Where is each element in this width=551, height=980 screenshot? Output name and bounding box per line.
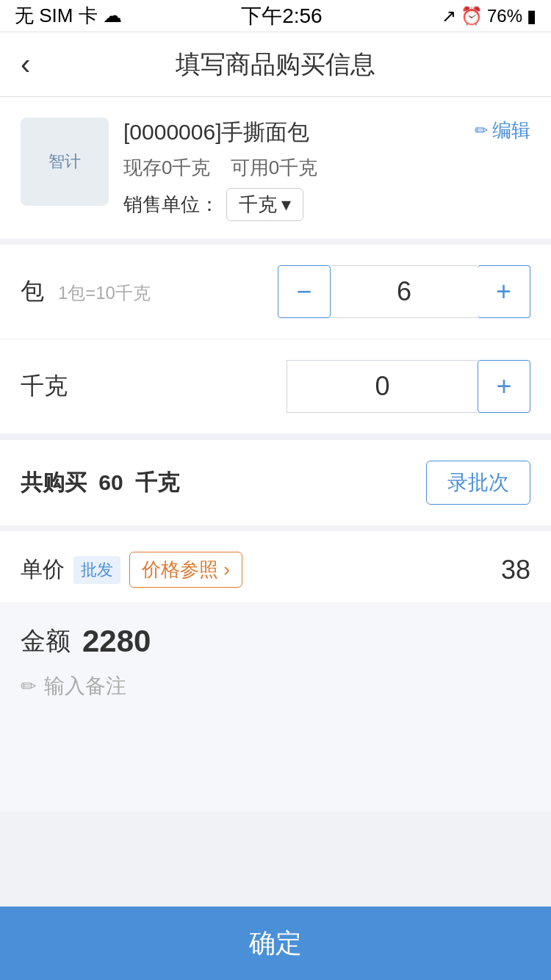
product-logo: 智计 bbox=[48, 151, 81, 173]
price-label: 单价 bbox=[21, 555, 65, 585]
kg-controls: + bbox=[287, 360, 530, 413]
remark-row[interactable]: ✏ 输入备注 bbox=[21, 672, 530, 700]
kg-increment-button[interactable]: + bbox=[478, 360, 530, 413]
price-section: 单价 批发 价格参照 › 38 bbox=[0, 531, 551, 603]
spacer bbox=[0, 811, 551, 907]
quantity-row-kg: 千克 + bbox=[0, 339, 551, 434]
bao-sublabel: 1包=10千克 bbox=[58, 283, 151, 303]
price-left: 单价 批发 价格参照 › bbox=[21, 552, 242, 588]
unit-value: 千克 bbox=[239, 192, 277, 217]
summary-quantity: 60 bbox=[98, 470, 123, 494]
amount-section: 金额 2280 ✏ 输入备注 bbox=[0, 603, 551, 811]
status-left: 无 SIM 卡 ☁ bbox=[15, 3, 122, 29]
product-image: 智计 bbox=[21, 118, 109, 206]
kg-input[interactable] bbox=[287, 360, 478, 413]
summary-prefix: 共购买 bbox=[21, 470, 87, 494]
location-icon: ↗ bbox=[442, 6, 456, 26]
status-bar: 无 SIM 卡 ☁ 下午2:56 ↗ ⏰ 76% ▮ bbox=[0, 0, 551, 32]
bao-decrement-button[interactable]: − bbox=[278, 265, 331, 318]
product-name: [0000006]手撕面包 bbox=[123, 118, 460, 148]
bao-controls: − + bbox=[278, 265, 530, 318]
amount-label: 金额 bbox=[21, 624, 71, 658]
status-right: ↗ ⏰ 76% ▮ bbox=[442, 6, 536, 26]
confirm-button[interactable]: 确定 bbox=[0, 907, 551, 980]
edit-button[interactable]: ✏ 编辑 bbox=[475, 118, 530, 143]
amount-value: 2280 bbox=[82, 624, 151, 659]
summary-text: 共购买 60 千克 bbox=[21, 468, 426, 498]
back-button[interactable]: ‹ bbox=[21, 48, 30, 81]
edit-icon: ✏ bbox=[475, 121, 488, 140]
bao-label: 包 1包=10千克 bbox=[21, 275, 278, 308]
bao-label-text: 包 bbox=[21, 278, 44, 304]
batch-button[interactable]: 录批次 bbox=[426, 461, 530, 505]
price-ref-label: 价格参照 › bbox=[142, 557, 230, 583]
battery-label: 76% bbox=[487, 6, 522, 26]
product-info: [0000006]手撕面包 现存0千克 可用0千克 销售单位： 千克 ▾ bbox=[123, 118, 460, 221]
quantity-row-bao: 包 1包=10千克 − + bbox=[0, 245, 551, 339]
price-tag: 批发 bbox=[73, 556, 120, 584]
kg-label: 千克 bbox=[21, 370, 287, 403]
summary-row: 共购买 60 千克 录批次 bbox=[0, 440, 551, 531]
product-card: 智计 [0000006]手撕面包 现存0千克 可用0千克 销售单位： 千克 ▾ … bbox=[0, 97, 551, 245]
no-sim-label: 无 SIM 卡 ☁ bbox=[15, 3, 122, 29]
remark-placeholder: 输入备注 bbox=[44, 672, 126, 700]
summary-unit: 千克 bbox=[135, 470, 179, 494]
remark-icon: ✏ bbox=[21, 675, 37, 698]
product-unit-row: 销售单位： 千克 ▾ bbox=[123, 188, 460, 221]
unit-prefix: 销售单位： bbox=[123, 192, 219, 217]
alarm-icon: ⏰ bbox=[461, 6, 483, 26]
price-ref-button[interactable]: 价格参照 › bbox=[129, 552, 242, 588]
bao-increment-button[interactable]: + bbox=[478, 265, 530, 318]
price-value: 38 bbox=[501, 555, 530, 586]
stock-label: 现存0千克 bbox=[123, 156, 210, 179]
amount-row: 金额 2280 bbox=[21, 624, 530, 659]
battery-icon: ▮ bbox=[527, 6, 536, 26]
status-time: 下午2:56 bbox=[241, 2, 323, 30]
bao-input[interactable] bbox=[331, 265, 478, 318]
quantity-section: 包 1包=10千克 − + 千克 + bbox=[0, 245, 551, 440]
edit-label: 编辑 bbox=[492, 118, 530, 143]
available-label: 可用0千克 bbox=[231, 156, 317, 179]
page-title: 填写商品购买信息 bbox=[176, 48, 375, 82]
price-row: 单价 批发 价格参照 › 38 bbox=[21, 552, 530, 588]
unit-select[interactable]: 千克 ▾ bbox=[226, 188, 303, 221]
product-card-right: ✏ 编辑 bbox=[475, 118, 530, 143]
unit-chevron-icon: ▾ bbox=[281, 193, 291, 216]
nav-bar: ‹ 填写商品购买信息 bbox=[0, 32, 551, 97]
product-stock: 现存0千克 可用0千克 bbox=[123, 155, 460, 181]
